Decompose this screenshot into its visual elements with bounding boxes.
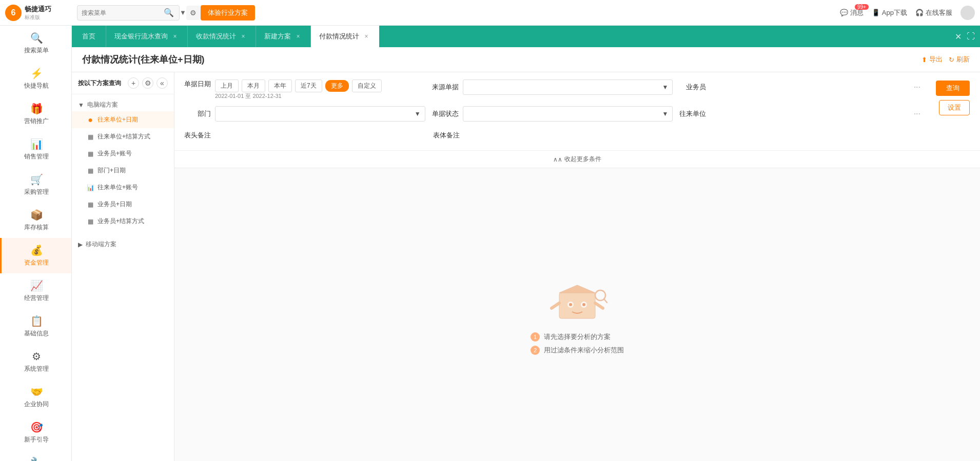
export-button[interactable]: ⬆ 导出: [922, 55, 943, 64]
filter-main: 单据日期 上月 本月 本年 近7天 更多: [174, 72, 929, 150]
tip-text-2: 用过滤条件来缩小分析范围: [544, 346, 624, 355]
scheme-item-icon-6: ▦: [86, 217, 94, 226]
scheme-add-button[interactable]: +: [128, 77, 139, 89]
tab-fullscreen-icon[interactable]: ⛶: [967, 32, 975, 41]
sidebar-item-newguide[interactable]: 🎯 新手引导: [0, 415, 71, 450]
source-voucher-select[interactable]: ▼: [463, 79, 673, 95]
date-controls: 上月 本月 本年 近7天 更多 自定义 2022-01-01 至 20: [215, 79, 382, 100]
marketing-icon: 🎁: [30, 103, 43, 115]
tab-close-all-icon[interactable]: ✕: [955, 32, 962, 42]
scheme-collapse-button[interactable]: «: [156, 77, 168, 89]
sidebar-label-enterprise: 企业协同: [24, 400, 49, 409]
tab-home[interactable]: 首页: [72, 26, 106, 47]
scheme-item-unit-account[interactable]: 📊 往来单位+账号: [72, 179, 174, 196]
gear-button[interactable]: ⚙: [186, 6, 201, 20]
scheme-item-unit-date[interactable]: ● 往来单位+日期: [72, 111, 174, 128]
page-title: 付款情况统计(往来单位+日期): [82, 53, 205, 66]
online-service-item[interactable]: 🎧 在线客服: [915, 8, 952, 17]
svg-rect-0: [559, 293, 595, 318]
newguide-icon: 🎯: [30, 421, 43, 433]
filter-field-source: 来源单据 ▼: [430, 79, 673, 95]
header-search-wrap[interactable]: 🔍: [77, 5, 180, 21]
sidebar-label-operations: 经营管理: [24, 294, 49, 303]
scheme-section-mobile-title[interactable]: ▶ 移动端方案: [72, 238, 174, 251]
sidebar-item-inventory[interactable]: 📦 库存核算: [0, 203, 71, 238]
body-note-input[interactable]: [464, 128, 672, 143]
scheme-item-staff-account[interactable]: ▦ 业务员+账号: [72, 145, 174, 162]
sidebar-item-operations[interactable]: 📈 经营管理: [0, 273, 71, 309]
sidebar-item-enterprise[interactable]: 🤝 企业协同: [0, 379, 71, 415]
sidebar-item-finance[interactable]: 💰 资金管理: [0, 238, 71, 273]
scheme-item-dept-date[interactable]: ▦ 部门+日期: [72, 162, 174, 179]
date-btn-more[interactable]: 更多: [325, 80, 349, 92]
svg-line-6: [552, 303, 559, 308]
source-dropdown-icon: ▼: [662, 84, 668, 91]
trial-button[interactable]: 体验行业方案: [201, 5, 255, 21]
sidebar-item-system[interactable]: ⚙ 系统管理: [0, 344, 71, 379]
related-unit-input[interactable]: [710, 106, 909, 122]
tab-receipts-label: 收款情况统计: [196, 32, 236, 41]
date-btn-last-month[interactable]: 上月: [215, 79, 239, 92]
tab-new-scheme[interactable]: 新建方案 ×: [256, 26, 311, 47]
tab-bar: 首页 现金银行流水查询 × 收款情况统计 × 新建方案 × 付款情况统计 × ✕…: [72, 26, 980, 47]
app-download-item[interactable]: 📱 App下载: [872, 8, 907, 17]
scheme-settings-button[interactable]: ⚙: [142, 77, 153, 89]
scheme-section-desktop-label: 电脑端方案: [87, 101, 118, 109]
header-dropdown[interactable]: ▼: [180, 9, 186, 16]
scheme-item-unit-settle[interactable]: ▦ 往来单位+结算方式: [72, 128, 174, 145]
sidebar-item-sales[interactable]: 📊 销售管理: [0, 132, 71, 167]
tab-new-scheme-close[interactable]: ×: [294, 32, 302, 41]
query-button[interactable]: 查询: [936, 81, 970, 96]
result-area: 1 请先选择要分析的方案 2 用过滤条件来缩小分析范围: [174, 168, 980, 461]
sidebar-item-quicknav[interactable]: ⚡ 快捷导航: [0, 61, 71, 96]
date-btn-custom[interactable]: 自定义: [352, 79, 382, 92]
header-search-input[interactable]: [82, 9, 164, 16]
sales-icon: 📊: [30, 138, 43, 150]
dept-select[interactable]: ▼: [215, 106, 425, 122]
header-note-input[interactable]: [215, 128, 423, 143]
app-download-label: App下载: [882, 8, 907, 17]
sidebar-item-hardware[interactable]: 🔧 智能硬件: [0, 450, 71, 461]
logo-area: 6 畅捷通巧 标准版: [5, 5, 77, 21]
scheme-section-desktop-title[interactable]: ▼ 电脑端方案: [72, 98, 174, 111]
scheme-header: 按以下方案查询 + ⚙ «: [72, 72, 174, 94]
notification-badge: 99+: [855, 4, 869, 10]
page-header: 付款情况统计(往来单位+日期) ⬆ 导出 ↻ 刷新: [72, 47, 980, 72]
salesman-input[interactable]: [710, 79, 909, 95]
sidebar-item-marketing[interactable]: 🎁 营销推广: [0, 96, 71, 132]
sidebar-item-purchase[interactable]: 🛒 采购管理: [0, 167, 71, 203]
tab-payments-close[interactable]: ×: [362, 32, 370, 41]
date-btn-7days[interactable]: 近7天: [295, 79, 322, 92]
scheme-item-unit-settle-label: 往来单位+结算方式: [97, 132, 150, 141]
salesman-more-icon[interactable]: ···: [914, 83, 920, 92]
date-btn-this-year[interactable]: 本年: [268, 79, 292, 92]
notification-item[interactable]: 💬 消息 99+: [840, 8, 864, 17]
query-action-area: 查询 设置: [929, 72, 980, 150]
user-avatar[interactable]: [961, 6, 975, 20]
tab-bank-close[interactable]: ×: [171, 32, 179, 41]
sidebar-item-basic[interactable]: 📋 基础信息: [0, 309, 71, 344]
collapse-label: 收起更多条件: [564, 155, 601, 164]
tab-payments[interactable]: 付款情况统计 ×: [311, 26, 379, 47]
filter-field-header-note: 表头备注: [183, 128, 423, 143]
tab-payments-label: 付款情况统计: [319, 32, 359, 41]
tab-receipts[interactable]: 收款情况统计 ×: [188, 26, 256, 47]
enterprise-icon: 🤝: [30, 386, 43, 398]
filter-settings-button[interactable]: 设置: [939, 100, 970, 115]
sidebar-item-search[interactable]: 🔍 搜索菜单: [0, 26, 71, 61]
tab-bank[interactable]: 现金银行流水查询 ×: [106, 26, 188, 47]
collapse-more-bar: ∧∧ 收起更多条件: [174, 150, 980, 168]
date-range-text: 2022-01-01 至 2022-12-31: [215, 92, 382, 100]
collapse-more-button[interactable]: ∧∧ 收起更多条件: [553, 155, 601, 164]
related-unit-more-icon[interactable]: ···: [914, 109, 920, 118]
refresh-button[interactable]: ↻ 刷新: [949, 55, 970, 64]
scheme-item-staff-settle[interactable]: ▦ 业务员+结算方式: [72, 213, 174, 230]
status-label: 单据状态: [430, 109, 459, 118]
search-icon: 🔍: [30, 32, 43, 44]
scheme-item-staff-date[interactable]: ▦ 业务员+日期: [72, 196, 174, 213]
scheme-item-icon-1: ▦: [86, 133, 94, 141]
tab-receipts-close[interactable]: ×: [239, 32, 247, 41]
status-select[interactable]: ▼: [463, 106, 673, 122]
date-btn-this-month[interactable]: 本月: [242, 79, 265, 92]
sidebar-label-purchase: 采购管理: [24, 188, 49, 196]
